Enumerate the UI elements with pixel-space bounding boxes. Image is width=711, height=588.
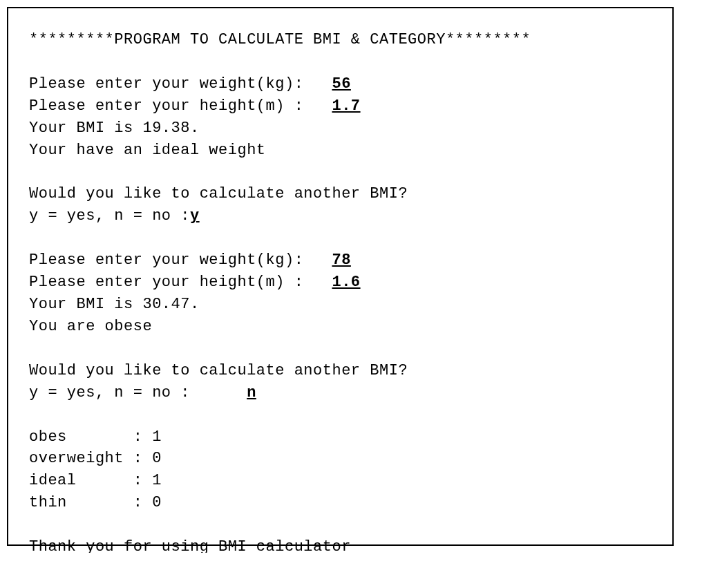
- again-answer-1: y: [190, 207, 200, 225]
- weight-prompt-2: Please enter your weight(kg): 78: [29, 249, 652, 272]
- again-question-1: Would you like to calculate another BMI?: [29, 183, 652, 205]
- weight-prompt-1: Please enter your weight(kg): 56: [29, 73, 652, 95]
- height-prompt-1-text: Please enter your height(m) :: [29, 97, 332, 115]
- again-question-2: Would you like to calculate another BMI?: [29, 360, 652, 382]
- weight-prompt-1-text: Please enter your weight(kg):: [29, 75, 332, 93]
- bmi-result-1: Your BMI is 19.38.: [29, 117, 652, 140]
- category-result-1: Your have an ideal weight: [29, 140, 652, 162]
- again-answer-2: n: [247, 384, 256, 401]
- height-prompt-2: Please enter your height(m) : 1.6: [29, 272, 652, 294]
- again-prompt-1: y = yes, n = no :y: [29, 205, 652, 227]
- summary-obes: obes : 1: [29, 426, 652, 448]
- weight-value-2: 78: [332, 252, 350, 269]
- again-prompt-1-text: y = yes, n = no :: [29, 207, 190, 225]
- again-prompt-2: y = yes, n = no : n: [29, 382, 652, 404]
- height-value-1: 1.7: [332, 97, 360, 115]
- category-result-2: You are obese: [29, 316, 652, 338]
- height-prompt-1: Please enter your height(m) : 1.7: [29, 95, 652, 117]
- summary-ideal: ideal : 1: [29, 470, 652, 492]
- weight-prompt-2-text: Please enter your weight(kg):: [29, 252, 332, 269]
- summary-overweight: overweight : 0: [29, 448, 652, 470]
- thank-you: Thank you for using BMI calculator: [29, 536, 652, 553]
- summary-thin: thin : 0: [29, 492, 652, 514]
- height-prompt-2-text: Please enter your height(m) :: [29, 274, 332, 291]
- program-header: *********PROGRAM TO CALCULATE BMI & CATE…: [29, 29, 652, 51]
- again-prompt-2-text: y = yes, n = no :: [29, 384, 247, 401]
- height-value-2: 1.6: [332, 274, 360, 291]
- weight-value-1: 56: [332, 75, 350, 93]
- console-output-box: *********PROGRAM TO CALCULATE BMI & CATE…: [7, 7, 674, 546]
- bmi-result-2: Your BMI is 30.47.: [29, 294, 652, 316]
